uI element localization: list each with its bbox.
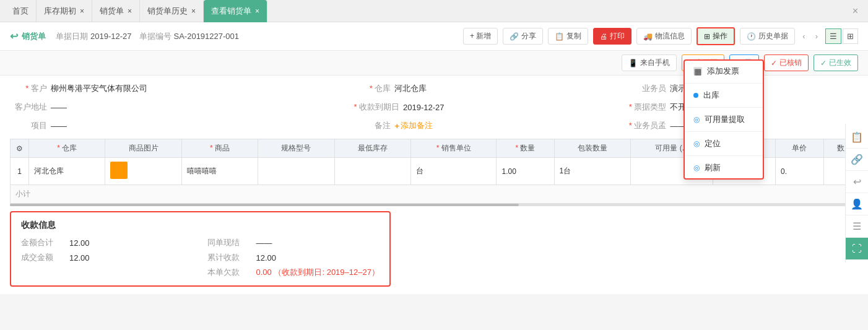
payment-date-label: 收款到期日 bbox=[354, 102, 399, 113]
col-product: * 商品 bbox=[181, 139, 258, 158]
same-order-value: —— bbox=[256, 238, 272, 248]
tab-bar: 首页 库存期初 × 销货单 × 销货单历史 × 查看销货单 × × bbox=[0, 0, 868, 22]
sidebar-icon-3[interactable]: ↩ bbox=[846, 171, 868, 193]
dropdown-available-extract[interactable]: ◎ 可用量提取 bbox=[685, 109, 763, 130]
doc-icon: ↩ bbox=[10, 30, 18, 42]
tab-sales-history[interactable]: 销货单历史 × bbox=[140, 0, 204, 22]
row-product: 嘻嘻嘻嘻 bbox=[181, 158, 258, 185]
amount-row: 金额合计 12.00 bbox=[21, 237, 193, 248]
window-close-button[interactable]: × bbox=[848, 6, 863, 17]
col-quantity: * 数量 bbox=[497, 139, 554, 158]
close-sales-history[interactable]: × bbox=[191, 7, 196, 15]
col-warehouse: * 仓库 bbox=[29, 139, 105, 158]
print-icon: 🖨 bbox=[600, 32, 607, 41]
divider-4 bbox=[685, 155, 763, 156]
doc-type-title: ↩ 销货单 bbox=[10, 30, 46, 42]
sidebar-icon-1[interactable]: 📋 bbox=[846, 126, 868, 149]
customer-value: 柳州粤港平安气体有限公司 bbox=[51, 83, 354, 94]
divider-3 bbox=[685, 131, 763, 132]
close-view-sales[interactable]: × bbox=[255, 7, 259, 15]
sold-btn[interactable]: ✓ 已核销 bbox=[764, 54, 809, 71]
number-value: SA-20191227-001 bbox=[174, 32, 240, 41]
payment-title: 收款信息 bbox=[21, 220, 380, 231]
copy-button[interactable]: 📋 复制 bbox=[548, 28, 588, 45]
sidebar-icon-5[interactable]: ☰ bbox=[846, 215, 868, 238]
effect-btn[interactable]: ✓ 已生效 bbox=[814, 54, 858, 71]
sold-icon: ✓ bbox=[771, 59, 777, 67]
tab-view-sales[interactable]: 查看销货单 × bbox=[204, 0, 267, 22]
col-sales-unit: * 销售单位 bbox=[410, 139, 497, 158]
date-label: 单据日期 bbox=[56, 31, 88, 42]
logistics-button[interactable]: 🚚 物流信息 bbox=[636, 28, 692, 45]
row-min-stock bbox=[334, 158, 410, 185]
invoice-icon: ▦ bbox=[693, 67, 702, 76]
note-label: 备注 bbox=[354, 120, 391, 131]
scroll-bar[interactable] bbox=[10, 204, 858, 206]
close-sales-order[interactable]: × bbox=[128, 7, 132, 15]
divider-2 bbox=[685, 107, 763, 108]
row-warehouse: 河北仓库 bbox=[29, 158, 105, 185]
new-button[interactable]: + 新增 bbox=[463, 28, 498, 45]
address-group: 客户地址 —— bbox=[10, 102, 354, 113]
date-value: 2019-12-27 bbox=[90, 32, 132, 41]
history-icon: 🕐 bbox=[747, 32, 756, 41]
dropdown-locate[interactable]: ◎ 定位 bbox=[685, 133, 763, 154]
payment-info-box: 收款信息 金额合计 12.00 同单现结 —— 成交金额 12.00 累计收款 … bbox=[10, 211, 391, 287]
nav-next[interactable]: › bbox=[813, 30, 820, 42]
grid-icon: ⊞ bbox=[704, 32, 710, 41]
from-phone-btn[interactable]: 📱 来自手机 bbox=[622, 54, 677, 71]
operation-button[interactable]: ⊞ 操作 bbox=[697, 27, 735, 45]
right-sidebar: 📋 🔗 ↩ 👤 ☰ ⛶ bbox=[845, 124, 868, 263]
dropdown-outbound[interactable]: 出库 bbox=[685, 85, 763, 106]
scroll-thumb bbox=[10, 204, 519, 206]
refresh-icon: ◎ bbox=[693, 163, 700, 172]
note-group: 备注 添加备注 bbox=[354, 120, 628, 131]
document-header: ↩ 销货单 单据日期 2019-12-27 单据编号 SA-20191227-0… bbox=[0, 22, 868, 51]
doc-type-label: 销货单 bbox=[22, 31, 46, 42]
cumulative-label: 累计收款 bbox=[207, 252, 251, 263]
number-label: 单据编号 bbox=[139, 31, 171, 42]
row-sales-unit: 台 bbox=[410, 158, 497, 185]
row-unit-price: 0. bbox=[776, 158, 824, 185]
owed-note: （收款到期日: 2019–12–27） bbox=[274, 267, 380, 277]
customer-group: 客户 柳州粤港平安气体有限公司 bbox=[10, 83, 354, 94]
nav-prev[interactable]: ‹ bbox=[800, 30, 807, 42]
share-button[interactable]: 🔗 分享 bbox=[503, 28, 543, 45]
tab-inventory-init[interactable]: 库存期初 × bbox=[37, 0, 92, 22]
biz-staff-label: 业务员孟 bbox=[629, 120, 667, 131]
product-image bbox=[110, 162, 128, 179]
address-label: 客户地址 bbox=[10, 102, 47, 113]
cumulative-row: 累计收款 12.00 bbox=[207, 252, 379, 263]
effect-icon: ✓ bbox=[820, 59, 827, 67]
sidebar-icon-2[interactable]: 🔗 bbox=[846, 149, 868, 171]
operation-dropdown: ▦ 添加发票 出库 ◎ 可用量提取 ◎ 定位 ◎ 刷新 bbox=[684, 59, 764, 180]
subtotal-row: 小计 bbox=[11, 185, 858, 204]
project-value: —— bbox=[51, 121, 354, 131]
add-note-btn[interactable]: 添加备注 bbox=[394, 120, 433, 131]
sidebar-icon-4[interactable]: 👤 bbox=[846, 193, 868, 215]
grid-view-btn[interactable]: ⊞ bbox=[843, 28, 858, 44]
cumulative-value: 12.00 bbox=[256, 253, 276, 263]
same-order-label: 同单现结 bbox=[207, 237, 251, 248]
subtotal-label: 小计 bbox=[11, 185, 858, 204]
sidebar-icon-expand[interactable]: ⛶ bbox=[846, 238, 868, 260]
transaction-label: 成交金额 bbox=[21, 252, 64, 263]
available-icon: ◎ bbox=[693, 115, 700, 124]
payment-grid: 金额合计 12.00 同单现结 —— 成交金额 12.00 累计收款 12.00… bbox=[21, 237, 380, 278]
print-button[interactable]: 🖨 打印 bbox=[593, 28, 631, 45]
col-product-img: 商品图片 bbox=[105, 139, 181, 158]
list-view-btn[interactable]: ☰ bbox=[825, 28, 841, 44]
tab-home[interactable]: 首页 bbox=[5, 0, 37, 22]
staff-label: 业务员 bbox=[629, 83, 666, 94]
locate-icon: ◎ bbox=[693, 139, 700, 148]
col-pack-qty: 包装数量 bbox=[554, 139, 630, 158]
close-inventory-init[interactable]: × bbox=[80, 7, 84, 15]
warehouse-label: 仓库 bbox=[354, 83, 391, 94]
tab-sales-order[interactable]: 销货单 × bbox=[92, 0, 140, 22]
dropdown-add-invoice[interactable]: ▦ 添加发票 bbox=[685, 61, 763, 82]
col-settings[interactable]: ⚙ bbox=[11, 139, 29, 158]
doc-meta: 单据日期 2019-12-27 单据编号 SA-20191227-001 bbox=[56, 31, 239, 42]
history-button[interactable]: 🕐 历史单据 bbox=[740, 28, 795, 45]
owed-row: 本单欠款 0.00 （收款到期日: 2019–12–27） bbox=[207, 267, 379, 278]
dropdown-refresh[interactable]: ◎ 刷新 bbox=[685, 157, 763, 178]
